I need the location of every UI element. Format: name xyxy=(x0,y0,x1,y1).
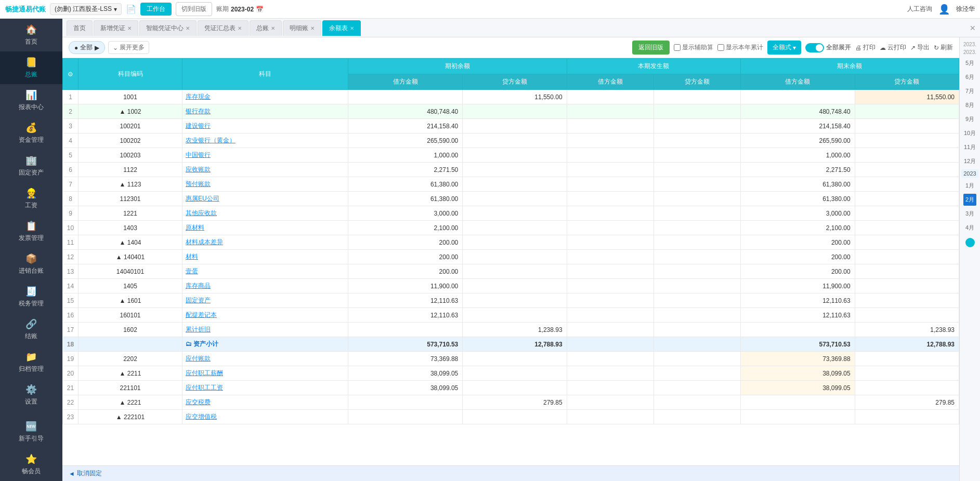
auxiliary-checkbox[interactable] xyxy=(674,44,681,51)
cell-name[interactable]: 材料成本差异 xyxy=(182,235,348,250)
subject-name-link[interactable]: 中国银行 xyxy=(186,151,211,158)
sidebar-item-guide[interactable]: 🆕 新手引导 xyxy=(0,416,62,448)
tab-general-ledger[interactable]: 总账 ✕ xyxy=(250,20,282,36)
cell-name[interactable]: 🗂 资产小计 xyxy=(182,337,348,352)
month-jan[interactable]: 1月 xyxy=(964,180,975,192)
expand-button[interactable]: ⌄ 展开更多 xyxy=(108,41,149,54)
sidebar-item-member[interactable]: ⭐ 畅会员 xyxy=(0,448,62,481)
sidebar-item-home[interactable]: 🏠 首页 xyxy=(0,19,62,51)
subject-name-link[interactable]: 库存现金 xyxy=(186,93,211,100)
subject-name-link[interactable]: 固定资产 xyxy=(186,297,211,304)
subject-name-link[interactable]: 材料成本差异 xyxy=(186,238,223,246)
subject-name-link[interactable]: 累计折旧 xyxy=(186,326,211,333)
cell-name[interactable]: 材料 xyxy=(182,250,348,264)
tab-voucher-summary[interactable]: 凭证汇总表 ✕ xyxy=(198,20,249,36)
subject-name-link[interactable]: 配提差记本 xyxy=(186,311,217,318)
month-may[interactable]: 5月 xyxy=(964,57,975,69)
show-ytd-check[interactable]: 显示本年累计 xyxy=(717,43,763,52)
ytd-checkbox[interactable] xyxy=(717,44,724,51)
tab-smart-voucher[interactable]: 智能凭证中心 ✕ xyxy=(139,20,197,36)
tab-new-voucher[interactable]: 新增凭证 ✕ xyxy=(94,20,138,36)
all-filter[interactable]: ● 全部 ▶ xyxy=(69,41,105,54)
cell-name[interactable]: 惠属EU公司 xyxy=(182,192,348,206)
cell-name[interactable]: 库存商品 xyxy=(182,279,348,293)
subject-name-link[interactable]: 银行存款 xyxy=(186,108,211,115)
subject-name-link[interactable]: 应交税费 xyxy=(186,398,211,406)
month-dec[interactable]: 12月 xyxy=(963,155,977,167)
month-feb-active[interactable]: 2月 xyxy=(963,194,976,206)
tab-general-ledger-close[interactable]: ✕ xyxy=(271,25,275,31)
tab-new-voucher-close[interactable]: ✕ xyxy=(127,25,132,31)
sidebar-item-ledger[interactable]: 📒 总账 xyxy=(0,51,62,84)
calendar-icon[interactable]: 📅 xyxy=(256,6,264,13)
cell-name[interactable]: 固定资产 xyxy=(182,293,348,308)
month-apr[interactable]: 4月 xyxy=(964,222,975,234)
sidebar-item-settings[interactable]: ⚙️ 设置 xyxy=(0,379,62,411)
subject-name-link[interactable]: 农业银行（黄金） xyxy=(186,137,236,144)
subject-name-link[interactable]: 应付职工薪酬 xyxy=(186,369,223,377)
cell-name[interactable]: 应交税费 xyxy=(182,395,348,410)
company-selector[interactable]: (勿删) 江西股圣-LSS ▾ xyxy=(50,3,122,15)
sidebar-item-stock[interactable]: 📦 进销台账 xyxy=(0,248,62,280)
subject-name-link[interactable]: 应付职工工资 xyxy=(186,384,223,391)
cell-name[interactable]: 中国银行 xyxy=(182,148,348,163)
sidebar-item-assets[interactable]: 🏢 固定资产 xyxy=(0,150,62,182)
tab-voucher-summary-close[interactable]: ✕ xyxy=(238,25,242,31)
subject-name-link[interactable]: 材料 xyxy=(186,253,198,260)
subject-name-link[interactable]: 应付账款 xyxy=(186,355,211,362)
month-jun[interactable]: 6月 xyxy=(964,71,975,83)
bottom-bar[interactable]: ◄ 取消固定 xyxy=(62,465,959,481)
cell-name[interactable]: 建设银行 xyxy=(182,119,348,133)
sidebar-item-invoice[interactable]: 📋 发票管理 xyxy=(0,215,62,248)
return-old-button[interactable]: 返回旧版 xyxy=(632,41,670,55)
print-action[interactable]: 🖨 打印 xyxy=(855,43,876,52)
subject-name-link[interactable]: 惠属EU公司 xyxy=(186,195,219,202)
subject-name-link[interactable]: 应收账款 xyxy=(186,166,211,173)
sidebar-item-tax[interactable]: 🧾 税务管理 xyxy=(0,280,62,313)
cloud-print-action[interactable]: ☁ 云打印 xyxy=(880,43,906,52)
tab-detail-ledger-close[interactable]: ✕ xyxy=(310,25,315,31)
subject-name-link[interactable]: 库存商品 xyxy=(186,282,211,289)
cell-name[interactable]: 原材料 xyxy=(182,221,348,235)
cell-name[interactable]: 应收账款 xyxy=(182,163,348,177)
consult-link[interactable]: 人工咨询 xyxy=(907,5,932,14)
cell-name[interactable]: 其他应收款 xyxy=(182,206,348,221)
tab-balance[interactable]: 余额表 ✕ xyxy=(322,20,361,36)
expand-all-toggle[interactable]: 全部展开 xyxy=(805,43,851,52)
export-action[interactable]: ↗ 导出 xyxy=(910,43,930,52)
month-oct[interactable]: 10月 xyxy=(963,127,977,139)
cell-name[interactable]: 应付职工薪酬 xyxy=(182,366,348,381)
cell-name[interactable]: 应付账款 xyxy=(182,352,348,366)
cell-name[interactable]: 壹蛋 xyxy=(182,264,348,279)
subject-name-link[interactable]: 应交增值税 xyxy=(186,413,217,420)
refresh-action[interactable]: ↻ 刷新 xyxy=(934,43,953,52)
tab-detail-ledger[interactable]: 明细账 ✕ xyxy=(283,20,321,36)
month-sep[interactable]: 9月 xyxy=(964,113,975,125)
month-mar[interactable]: 3月 xyxy=(964,208,975,220)
tab-balance-close[interactable]: ✕ xyxy=(350,25,354,31)
show-auxiliary-check[interactable]: 显示辅助算 xyxy=(674,43,713,52)
cell-name[interactable]: 应交增值税 xyxy=(182,410,348,424)
cell-name[interactable]: 应付职工工资 xyxy=(182,381,348,395)
subject-name-link[interactable]: 壹蛋 xyxy=(186,268,198,275)
cell-name[interactable]: 库存现金 xyxy=(182,90,348,104)
switch-version-button[interactable]: 切到旧版 xyxy=(176,2,212,16)
subject-name-link[interactable]: 原材料 xyxy=(186,224,204,231)
toggle-control[interactable] xyxy=(805,43,824,52)
subject-name-link[interactable]: 建设银行 xyxy=(186,122,211,129)
close-all-tabs[interactable]: ✕ xyxy=(970,24,976,32)
workbench-button[interactable]: 工作台 xyxy=(140,3,172,16)
sidebar-item-capital[interactable]: 💰 资金管理 xyxy=(0,117,62,150)
sidebar-item-archive[interactable]: 📁 归档管理 xyxy=(0,346,62,379)
cell-name[interactable]: 累计折旧 xyxy=(182,323,348,337)
col-settings-header[interactable]: ⚙ xyxy=(63,59,79,90)
sidebar-item-close[interactable]: 🔗 结账 xyxy=(0,313,62,346)
tab-home[interactable]: 首页 xyxy=(67,20,93,36)
cell-name[interactable]: 农业银行（黄金） xyxy=(182,133,348,148)
sidebar-item-salary[interactable]: 👷 工资 xyxy=(0,182,62,215)
cell-name[interactable]: 银行存款 xyxy=(182,104,348,119)
tab-smart-voucher-close[interactable]: ✕ xyxy=(186,25,190,31)
month-jul[interactable]: 7月 xyxy=(964,85,975,97)
subject-name-link[interactable]: 其他应收款 xyxy=(186,209,217,217)
full-mode-button[interactable]: 全额式 ▾ xyxy=(767,41,801,55)
